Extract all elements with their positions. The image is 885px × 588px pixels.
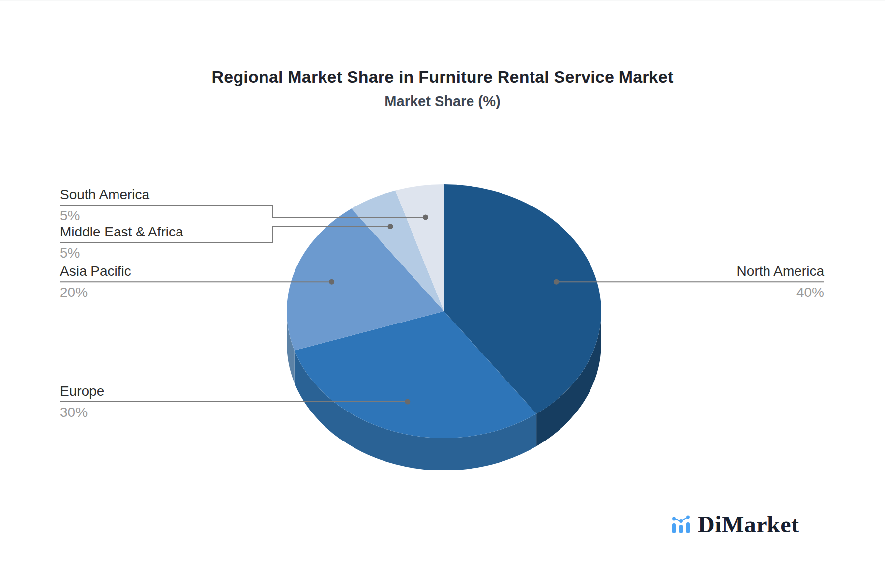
logo-bar [679,525,683,533]
logo-bar [672,523,676,533]
slice-value-label: 20% [60,286,88,299]
slice-name-label: Europe [60,384,104,398]
slice-value-label: 30% [60,406,88,419]
leader-dot-middle-east-africa [388,224,393,229]
slice-value-label: 5% [60,209,80,223]
slice-name-label: North America [737,265,824,278]
pie-chart-svg [0,0,885,588]
leader-dot-asia-pacific [329,279,334,285]
brand-name: DiMarket [698,513,799,536]
slice-name-label: South America [60,188,149,202]
slice-name-label: Asia Pacific [60,265,131,278]
logo-dot [679,519,683,523]
logo-dot [672,517,676,521]
slice-name-label: Middle East & Africa [60,225,183,239]
brand-logo: DiMarket [671,513,799,536]
logo-bar [686,522,690,533]
bar-line-chart-icon [671,514,691,535]
leader-dot-south-america [423,214,428,220]
slice-value-label: 5% [60,246,80,260]
slice-value-label: 40% [796,286,824,299]
leader-dot-europe [405,399,410,405]
leader-dot-north-america [554,279,559,285]
logo-dot [686,516,690,519]
page: { "frame": { "top_strip_color": "#f7f8f8… [0,0,885,588]
